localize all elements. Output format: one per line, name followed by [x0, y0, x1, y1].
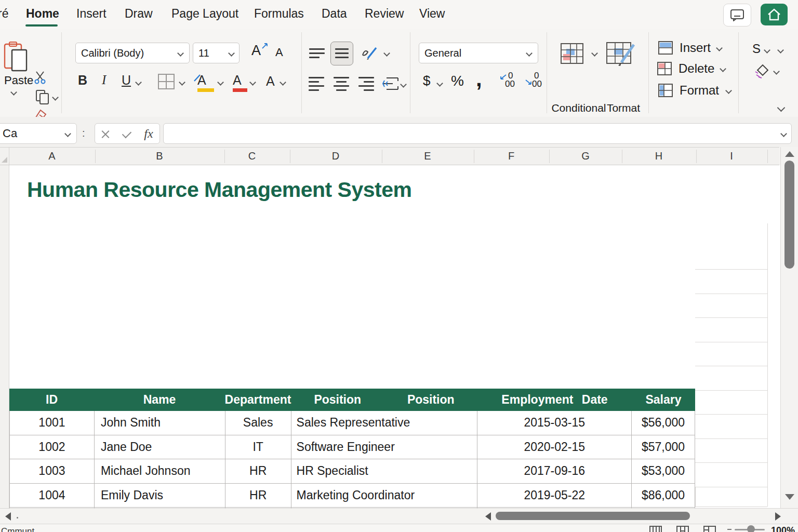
sheet-title-cell[interactable]: Human Resource Management System	[27, 178, 411, 202]
tab-draw[interactable]: Draw	[125, 7, 153, 21]
tab-page-layout[interactable]: Page Layout	[171, 7, 238, 21]
font-name-combo[interactable]: Calibri (Body)	[75, 43, 190, 63]
merge-chevron[interactable]	[400, 81, 407, 88]
column-header-a[interactable]: A	[48, 150, 55, 162]
cell-employment-date[interactable]: 2020-02-15	[477, 435, 632, 460]
paste-button[interactable]: Paste	[3, 42, 33, 97]
borders-button-icon[interactable]	[158, 74, 175, 89]
header-department[interactable]: Department	[225, 393, 291, 407]
tab-partial[interactable]: ré	[0, 7, 8, 21]
cell-salary[interactable]: $56,000	[632, 411, 695, 435]
borders-chevron[interactable]	[179, 79, 185, 86]
sheet-tab-label[interactable]: Cmmunt	[1, 526, 34, 532]
font-color-chevron[interactable]	[249, 79, 256, 86]
cell-department[interactable]: Sales	[225, 411, 291, 435]
vertical-scroll-thumb[interactable]	[784, 161, 794, 269]
sheet-nav-left-arrow[interactable]	[5, 512, 11, 521]
number-format-combo[interactable]: General	[419, 43, 538, 63]
cell-id[interactable]: 1003	[10, 459, 95, 484]
insert-cells-button[interactable]: Insert	[658, 41, 722, 55]
vertical-scrollbar[interactable]	[780, 147, 798, 508]
increase-decimal-button[interactable]: 0 00	[500, 73, 521, 90]
cell-employment-date[interactable]: 2019-05-22	[477, 484, 632, 508]
conditional-formatting-chevron[interactable]	[591, 50, 598, 57]
cell-id[interactable]: 1001	[10, 411, 95, 435]
comments-button[interactable]	[723, 4, 751, 26]
font-color2-chevron[interactable]	[280, 79, 286, 86]
column-header-b[interactable]: B	[156, 150, 163, 162]
percent-button[interactable]: %	[451, 73, 464, 89]
header-position-2[interactable]: Position	[384, 393, 478, 407]
tab-data[interactable]: Data	[322, 7, 347, 21]
column-header-i[interactable]: I	[730, 150, 733, 162]
cell-position[interactable]: Software Engineer	[291, 435, 478, 460]
column-header-d[interactable]: D	[332, 150, 339, 162]
orientation-icon[interactable]	[361, 44, 378, 61]
ribbon-collapse-chevron[interactable]	[777, 104, 786, 112]
cell-position[interactable]: HR Specialist	[291, 459, 478, 484]
underline-button[interactable]: U	[122, 73, 131, 88]
cell-name[interactable]: Emily Davis	[95, 484, 225, 508]
tab-home[interactable]: Home	[26, 7, 59, 21]
scroll-up-arrow[interactable]	[785, 151, 794, 157]
merge-center-icon[interactable]	[382, 76, 400, 91]
page-break-view-icon[interactable]	[703, 526, 716, 532]
cell-position[interactable]: Marketing Coordinator	[291, 484, 478, 508]
cell-department[interactable]: IT	[225, 435, 291, 460]
orientation-chevron[interactable]	[383, 50, 390, 57]
cell-id[interactable]: 1004	[10, 484, 95, 508]
cell-employment-date[interactable]: 2017-09-16	[477, 459, 632, 484]
cell-name[interactable]: Michael Johnson	[95, 459, 225, 484]
column-header-c[interactable]: C	[248, 150, 256, 162]
autosum-chevron[interactable]	[764, 47, 770, 54]
cell-department[interactable]: HR	[225, 484, 291, 508]
grow-font-button[interactable]: A	[251, 43, 261, 59]
tab-formulas[interactable]: Formulas	[254, 7, 304, 21]
tab-insert[interactable]: Insert	[76, 7, 107, 21]
zoom-level[interactable]: 100%	[771, 525, 795, 532]
header-position-1[interactable]: Position	[291, 393, 384, 407]
enter-icon[interactable]	[122, 129, 131, 138]
format-as-table-button[interactable]	[606, 42, 636, 66]
bold-button[interactable]: B	[78, 73, 87, 88]
tab-view[interactable]: View	[419, 7, 445, 21]
normal-view-icon[interactable]	[649, 526, 662, 532]
cut-button[interactable]	[33, 71, 47, 84]
italic-button[interactable]: I	[102, 73, 106, 87]
column-header-f[interactable]: F	[508, 150, 514, 162]
currency-chevron[interactable]	[436, 80, 443, 87]
format-cells-button[interactable]: Format	[658, 83, 731, 98]
align-left-icon[interactable]	[309, 77, 326, 91]
tab-review[interactable]: Review	[365, 7, 404, 21]
conditional-formatting-button[interactable]	[559, 43, 585, 65]
cell-salary[interactable]: $57,000	[632, 435, 695, 460]
shrink-font-button[interactable]: A	[275, 46, 283, 59]
column-header-h[interactable]: H	[655, 150, 662, 162]
copy-button[interactable]	[35, 89, 58, 105]
zoom-slider-thumb[interactable]	[747, 525, 755, 532]
zoom-out-button[interactable]	[727, 529, 732, 530]
scroll-down-arrow[interactable]	[785, 494, 794, 500]
cell-position[interactable]: Sales Representative	[291, 411, 478, 435]
middle-align-button-selected[interactable]	[330, 42, 353, 65]
underline-chevron[interactable]	[135, 79, 142, 86]
name-box[interactable]: Ca	[0, 123, 77, 144]
header-id[interactable]: ID	[9, 393, 94, 407]
cell-salary[interactable]: $53,000	[632, 459, 695, 484]
page-layout-view-icon[interactable]	[676, 526, 689, 532]
cell-name[interactable]: Jane Doe	[95, 435, 225, 460]
cell-department[interactable]: HR	[225, 459, 291, 484]
comma-style-button[interactable]: ,	[476, 66, 482, 91]
hscroll-left-arrow[interactable]	[485, 512, 491, 521]
header-name[interactable]: Name	[94, 393, 225, 407]
currency-button[interactable]: $	[423, 73, 430, 89]
cancel-icon[interactable]	[101, 129, 110, 138]
font-size-combo[interactable]: 11	[193, 43, 240, 63]
hscroll-right-arrow[interactable]	[775, 512, 781, 521]
row-header-strip[interactable]	[0, 165, 9, 508]
font-color-button[interactable]: A	[233, 73, 247, 92]
formula-input[interactable]	[163, 123, 792, 144]
cell-id[interactable]: 1002	[10, 435, 95, 460]
insert-function-button[interactable]: fx	[144, 127, 153, 141]
font-color2-button[interactable]: A	[266, 74, 275, 89]
